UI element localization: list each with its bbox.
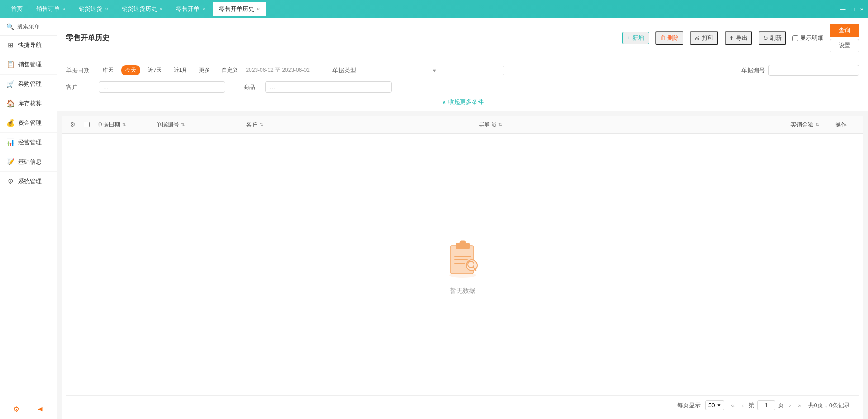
per-page-select[interactable]: 50 ▼ (705, 400, 724, 410)
th-number-label: 单据编号 (156, 121, 179, 129)
sidebar-label-sales-mgmt: 销售管理 (18, 61, 42, 69)
sidebar-bottom: ⚙ ◄ (0, 399, 57, 419)
export-button[interactable]: ⬆ 导出 (725, 31, 752, 45)
tab-retail-open[interactable]: 零售开单× (170, 2, 211, 16)
tab-label-retail-open-history: 零售开单历史 (219, 5, 254, 13)
tab-close-sales-return-history[interactable]: × (160, 6, 162, 12)
type-filter-label: 单据类型 (332, 66, 360, 75)
show-detail-check[interactable] (792, 35, 798, 41)
tab-close-sales-return[interactable]: × (105, 6, 108, 12)
new-button[interactable]: + 新增 (622, 32, 649, 44)
date-btn-近7天[interactable]: 近7天 (144, 65, 166, 75)
next-page-btn[interactable]: › (787, 401, 793, 410)
sidebar-item-system-mgmt[interactable]: ⚙ 系统管理 (0, 172, 57, 191)
tab-retail-open-history[interactable]: 零售开单历史× (213, 2, 266, 16)
filter-area: 单据日期 昨天今天近7天近1月更多自定义2023-06-02 至 2023-06… (57, 58, 868, 111)
sidebar-icon-quick-nav: ⊞ (6, 41, 14, 49)
date-sort-icon: ⇅ (122, 122, 126, 127)
last-page-btn[interactable]: » (796, 401, 803, 410)
tab-close-retail-open[interactable]: × (202, 6, 205, 12)
amount-sort-icon: ⇅ (816, 122, 819, 127)
sidebar-label-purchase-mgmt: 采购管理 (18, 80, 42, 88)
refresh-button[interactable]: ↻ 刷新 (759, 31, 786, 45)
th-ops: 操作 (823, 121, 859, 129)
header-actions: + 新增 🗑 删除 🖨 打印 ⬆ 导出 ↻ 刷新 显示明细 查询 设置 (622, 24, 859, 52)
tab-label-retail-open: 零售开单 (176, 5, 199, 13)
tab-close-sales-order[interactable]: × (62, 6, 65, 12)
main-layout: 🔍 搜索采单 ⊞ 快捷导航 📋 销售管理 🛒 采购管理 🏠 库存核算 💰 资金管… (0, 18, 868, 419)
sidebar-icon-inventory-calc: 🏠 (6, 99, 14, 108)
sidebar-item-inventory-calc[interactable]: 🏠 库存核算 (0, 94, 57, 113)
sidebar-search[interactable]: 🔍 搜索采单 (0, 18, 57, 36)
th-date-label: 单据日期 (97, 121, 120, 129)
show-detail-checkbox[interactable]: 显示明细 (792, 34, 824, 42)
sidebar-label-inventory-calc: 库存核算 (18, 99, 42, 108)
per-page-label: 每页显示 (677, 401, 701, 410)
th-date[interactable]: 单据日期 ⇅ (93, 121, 152, 129)
search-label: 搜索采单 (17, 23, 40, 31)
th-number[interactable]: 单据编号 ⇅ (152, 121, 242, 129)
tab-label-sales-return-history: 销货退货历史 (122, 5, 157, 13)
settings-icon[interactable]: ⚙ (11, 404, 22, 414)
number-sort-icon: ⇅ (181, 122, 185, 127)
sidebar-item-business-mgmt[interactable]: 📊 经营管理 (0, 133, 57, 152)
customer-sort-icon: ⇅ (260, 122, 263, 127)
delete-button[interactable]: 🗑 删除 (655, 31, 684, 45)
table-body: 暂无数据 (62, 134, 863, 395)
date-btn-自定义[interactable]: 自定义 (218, 65, 242, 75)
first-page-btn[interactable]: « (729, 401, 736, 410)
sidebar-icon-sales-mgmt: 📋 (6, 61, 14, 69)
sidebar-item-fund-mgmt[interactable]: 💰 资金管理 (0, 113, 57, 133)
select-all-check[interactable] (84, 122, 90, 127)
prev-page-btn[interactable]: ‹ (740, 401, 746, 410)
tab-label-home: 首页 (11, 5, 23, 13)
product-select-placeholder: ... (270, 84, 387, 90)
settings-button[interactable]: 设置 (830, 39, 859, 52)
collapse-filter-btn[interactable]: ∧ 收起更多条件 (442, 98, 484, 106)
select-all-checkbox[interactable] (80, 122, 93, 127)
collapse-sidebar-btn[interactable]: ◄ (35, 404, 46, 414)
th-guide-label: 导购员 (479, 121, 497, 129)
customer-select[interactable]: ... (99, 81, 225, 93)
column-settings-btn[interactable]: ⚙ (66, 121, 80, 128)
sidebar-label-basic-info: 基础信息 (18, 158, 42, 166)
close-btn[interactable]: × (860, 6, 863, 13)
empty-state: 暂无数据 (440, 235, 485, 295)
sidebar-item-purchase-mgmt[interactable]: 🛒 采购管理 (0, 75, 57, 94)
date-btn-更多[interactable]: 更多 (195, 65, 214, 75)
print-button[interactable]: 🖨 打印 (690, 31, 718, 45)
tab-sales-order[interactable]: 销售订单× (30, 2, 71, 16)
number-filter-input[interactable] (768, 65, 859, 76)
product-select[interactable]: ... (265, 81, 392, 93)
sidebar-label-system-mgmt: 系统管理 (18, 177, 42, 185)
date-btn-今天[interactable]: 今天 (121, 65, 140, 75)
date-range-label: 2023-06-02 至 2023-06-02 (246, 66, 309, 74)
sidebar-item-sales-mgmt[interactable]: 📋 销售管理 (0, 55, 57, 75)
date-btn-近1月[interactable]: 近1月 (170, 65, 192, 75)
tab-sales-return-history[interactable]: 销货退货历史× (115, 2, 169, 16)
sidebar-icon-basic-info: 📝 (6, 158, 14, 166)
number-filter-label: 单据编号 (738, 66, 765, 75)
tab-home[interactable]: 首页 (5, 2, 29, 16)
date-buttons: 昨天今天近7天近1月更多自定义2023-06-02 至 2023-06-02 (99, 65, 310, 75)
query-button[interactable]: 查询 (830, 24, 859, 37)
date-btn-昨天[interactable]: 昨天 (99, 65, 118, 75)
tab-close-retail-open-history[interactable]: × (257, 6, 260, 12)
type-select[interactable]: ▼ (360, 66, 504, 75)
maximize-btn[interactable]: □ (851, 6, 855, 13)
sidebar-item-basic-info[interactable]: 📝 基础信息 (0, 152, 57, 172)
svg-rect-4 (460, 241, 466, 245)
customer-select-placeholder: ... (104, 84, 220, 90)
tab-sales-return[interactable]: 销货退货× (72, 2, 114, 16)
type-select-arrow-icon: ▼ (432, 68, 499, 73)
product-filter-label: 商品 (243, 83, 261, 91)
sidebar-item-quick-nav[interactable]: ⊞ 快捷导航 (0, 36, 57, 55)
th-customer[interactable]: 客户 ⇅ (242, 121, 475, 129)
th-amount[interactable]: 实销金额 ⇅ (768, 121, 823, 129)
th-guide[interactable]: 导购员 ⇅ (475, 121, 543, 129)
top-bar: 首页销售订单×销货退货×销货退货历史×零售开单×零售开单历史× — □ × (0, 0, 868, 18)
minimize-btn[interactable]: — (840, 6, 846, 13)
query-settings-group: 查询 设置 (830, 24, 859, 52)
page-number-input[interactable] (757, 400, 775, 410)
export-icon: ⬆ (729, 35, 734, 42)
